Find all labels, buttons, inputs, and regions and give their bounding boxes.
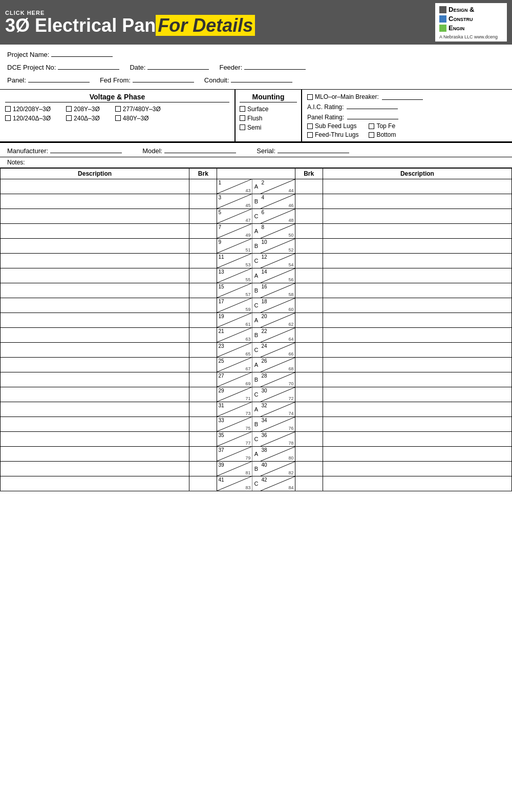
right-top-num-14: 30 xyxy=(262,388,267,393)
manufacturer-input[interactable] xyxy=(50,145,122,153)
right-bot-num-11: 66 xyxy=(289,351,294,357)
cb-semi[interactable] xyxy=(240,124,245,130)
mlo-input[interactable] xyxy=(382,93,423,100)
phase-12: A xyxy=(252,358,261,372)
table-row: 11 53 C 12 54 xyxy=(1,254,512,268)
cb-3[interactable] xyxy=(115,106,121,112)
brk-left-14 xyxy=(189,387,217,402)
desc-left-14 xyxy=(1,387,189,402)
phase-7: B xyxy=(252,283,261,298)
date-input[interactable] xyxy=(147,61,209,70)
bottom-checkbox[interactable]: Bottom xyxy=(369,131,396,138)
left-top-num-3: 7 xyxy=(218,224,221,230)
conduit-input[interactable] xyxy=(231,74,292,82)
cb-1[interactable] xyxy=(5,106,11,112)
desc-left-13 xyxy=(1,372,189,387)
table-row: 27 69 B 28 70 xyxy=(1,372,512,387)
feeder-input[interactable] xyxy=(244,61,306,70)
mount-flush[interactable]: Flush xyxy=(240,115,262,122)
cb-2[interactable] xyxy=(66,106,72,112)
cb-sub-feed[interactable] xyxy=(307,123,313,129)
left-bot-num-10: 63 xyxy=(245,337,250,342)
left-top-num-18: 37 xyxy=(218,447,224,453)
table-row: 33 75 B 34 76 xyxy=(1,417,512,432)
serial-field: Serial: xyxy=(257,145,349,155)
vp-option-1[interactable]: 120/208Y–3Ø xyxy=(5,106,51,113)
cb-4[interactable] xyxy=(5,115,11,121)
bottom-label: Bottom xyxy=(376,131,396,138)
cb-top-feed[interactable] xyxy=(369,123,374,129)
serial-input[interactable] xyxy=(278,145,349,153)
right-top-num-17: 36 xyxy=(262,432,267,438)
brk-left-11 xyxy=(189,343,217,358)
right-bot-num-8: 60 xyxy=(289,307,294,312)
fed-from-input[interactable] xyxy=(133,74,194,82)
mlo-checkbox[interactable]: MLO–or–Main Breaker: xyxy=(307,93,379,100)
feed-thru-lugs-checkbox[interactable]: Feed-Thru Lugs xyxy=(307,131,358,138)
right-top-num-10: 22 xyxy=(262,328,267,334)
right-top-num-5: 12 xyxy=(262,254,267,260)
vp-option-6[interactable]: 480Y–3Ø xyxy=(115,115,149,122)
left-top-num-10: 21 xyxy=(218,328,224,334)
panel-schedule-table: Description Brk Brk Description 1 43 A xyxy=(0,168,512,491)
center-cell-20: 41 83 C 42 84 xyxy=(217,476,295,491)
cb-mlo[interactable] xyxy=(307,94,313,100)
sub-feed-lugs-checkbox[interactable]: Sub Feed Lugs xyxy=(307,122,358,130)
vp-option-4[interactable]: 120/240Δ–3Ø xyxy=(5,115,51,122)
cb-bottom[interactable] xyxy=(369,132,374,138)
cb-6[interactable] xyxy=(115,115,121,121)
left-top-num-17: 35 xyxy=(218,432,224,438)
voltage-phase-title: Voltage & Phase xyxy=(5,93,229,102)
cb-feed-thru[interactable] xyxy=(307,132,313,138)
brk-right-9 xyxy=(295,313,323,328)
left-bot-num-3: 49 xyxy=(245,233,250,238)
vp-option-3[interactable]: 277/480Y–3Ø xyxy=(115,106,161,113)
desc-left-2 xyxy=(1,209,189,224)
dce-project-input[interactable] xyxy=(58,61,119,70)
cb-5[interactable] xyxy=(66,115,72,121)
center-cell-8: 17 59 C 18 60 xyxy=(217,298,295,313)
table-row: 25 67 A 26 68 xyxy=(1,358,512,372)
top-feed-checkbox[interactable]: Top Fe xyxy=(369,122,396,130)
header-bar: CLICK HERE 3Ø Electrical PanFor Details … xyxy=(0,0,512,45)
desc-left-12 xyxy=(1,358,189,372)
vp-label-5: 240Δ–3Ø xyxy=(74,115,100,122)
aic-input[interactable] xyxy=(347,102,398,109)
logo-box-blue xyxy=(439,15,446,23)
brk-left-13 xyxy=(189,372,217,387)
mount-semi-label: Semi xyxy=(247,124,261,131)
main-title: 3Ø Electrical PanFor Details xyxy=(5,16,255,35)
desc-left-18 xyxy=(1,447,189,462)
desc-right-4 xyxy=(323,239,511,254)
phase-3: A xyxy=(252,224,261,238)
brk-right-18 xyxy=(295,447,323,462)
date-field: Date: xyxy=(130,61,209,71)
col-description-left: Description xyxy=(1,169,189,179)
cb-surface[interactable] xyxy=(240,106,245,112)
vp-option-5[interactable]: 240Δ–3Ø xyxy=(66,115,100,122)
panel-rating-input[interactable] xyxy=(347,112,398,119)
mount-surface[interactable]: Surface xyxy=(240,106,268,113)
feeder-field: Feeder: xyxy=(219,61,306,71)
model-input[interactable] xyxy=(164,145,236,153)
brk-left-1 xyxy=(189,194,217,209)
vp-option-2[interactable]: 208Y–3Ø xyxy=(66,106,100,113)
cb-flush[interactable] xyxy=(240,115,245,121)
phase-0: A xyxy=(252,179,261,194)
panel-input[interactable] xyxy=(28,74,90,82)
right-top-num-7: 16 xyxy=(262,284,267,289)
left-top-num-12: 25 xyxy=(218,358,224,364)
phase-20: C xyxy=(252,476,261,491)
right-bot-num-3: 50 xyxy=(289,233,294,238)
right-bot-num-13: 70 xyxy=(289,381,294,386)
table-row: 3 45 B 4 46 xyxy=(1,194,512,209)
project-name-input[interactable] xyxy=(51,49,113,57)
vp-label-3: 277/480Y–3Ø xyxy=(123,106,161,113)
brk-left-17 xyxy=(189,432,217,447)
col-brk-left: Brk xyxy=(189,169,217,179)
desc-right-17 xyxy=(323,432,511,447)
mount-semi[interactable]: Semi xyxy=(240,124,261,131)
project-name-field: Project Name: xyxy=(7,49,113,58)
phase-9: A xyxy=(252,313,261,327)
left-bot-num-20: 83 xyxy=(245,485,250,490)
